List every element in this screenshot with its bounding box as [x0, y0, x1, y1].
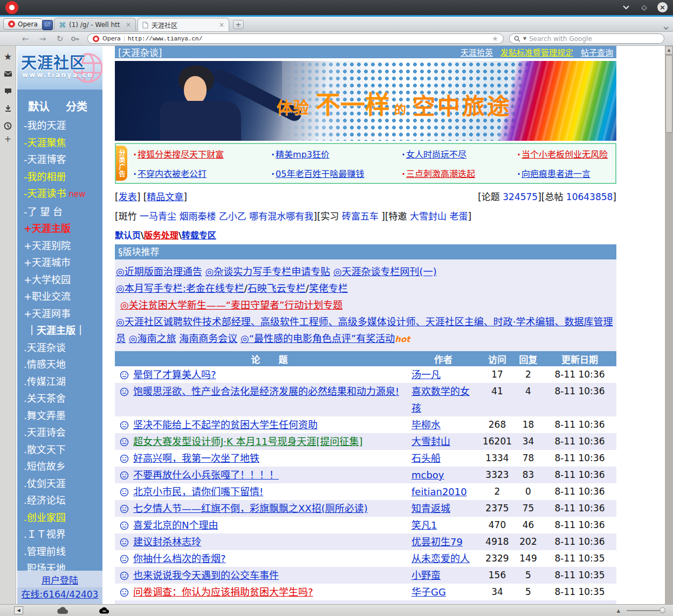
ad-link[interactable]: 搜狐分类搜尽天下财富 — [138, 149, 224, 160]
text-link[interactable]: 发表 — [119, 191, 137, 202]
mail-panel-icon[interactable] — [0, 67, 16, 80]
text-link[interactable]: ◎关注贫困大学新生——“麦田守望者”行动计划专题 — [120, 299, 342, 311]
topic-author-link[interactable]: 汤一凡 — [411, 366, 441, 383]
topic-title-link[interactable]: 饱暖思淫欲、性产业合法化是经济发展的必然结果和动力源泉! — [133, 386, 399, 397]
sidebar-item[interactable]: .仗剑天涯 — [24, 475, 102, 492]
ad-link[interactable]: 向疤痕患者进一言 — [521, 169, 590, 179]
zoom-up-icon[interactable]: ▲ — [617, 608, 620, 613]
topic-author-link[interactable]: 毕柳水 — [411, 416, 441, 433]
tab-tianya[interactable]: 天涯社区 × — [138, 18, 229, 31]
topic-author-link[interactable]: 石头船 — [411, 450, 441, 467]
add-panel-icon[interactable]: + — [0, 132, 16, 145]
site-logo[interactable]: 天涯社区 www.tianya.cn — [17, 46, 102, 90]
reload-button[interactable]: ↻ — [54, 33, 66, 44]
sync-cloud-icon[interactable] — [98, 607, 110, 614]
ad-link[interactable]: 女人时尚玩不尽 — [406, 149, 466, 160]
scrollbar-thumb[interactable] — [665, 55, 672, 133]
sidebar-item[interactable]: +天涯别院 — [24, 237, 102, 255]
topic-author-link[interactable]: 从未恋爱的人 — [411, 550, 470, 567]
sidebar-item[interactable]: .管理前线 — [24, 543, 102, 560]
topic-author-link[interactable]: 优昙初生79 — [411, 533, 463, 550]
text-link[interactable]: ◎天涯杂谈专栏网刊(一) — [333, 266, 437, 277]
topic-title-link[interactable]: 问卷调查：你认为应该捐助贫困大学生吗? — [133, 586, 313, 598]
minimize-button[interactable] — [621, 2, 631, 12]
text-link[interactable]: 转载专区 — [182, 230, 216, 241]
sidebar-item[interactable]: +天涯主版 — [24, 220, 102, 237]
notes-panel-icon[interactable] — [0, 85, 16, 98]
sidebar-item[interactable]: .舞文弄墨 — [24, 407, 102, 425]
topic-title-link[interactable]: 超女大赛发型设计师J·K 本月11号现身天涯[提问征集] — [133, 436, 363, 447]
sidebar-item[interactable]: .经济论坛 — [24, 492, 102, 509]
text-link[interactable]: 石映飞云专栏 — [248, 283, 306, 294]
zoom-slider-knob[interactable] — [660, 607, 665, 613]
ad-link[interactable]: 精美mp3狂价 — [276, 149, 329, 160]
topic-title-link[interactable]: 七夕情人节——红旗不倒，彩旗飘飘之XX招(厕所必读) — [133, 503, 368, 514]
sidebar-item[interactable]: +大学校园 — [24, 271, 102, 289]
sidebar-item[interactable]: .天涯杂谈 — [24, 339, 102, 357]
text-link[interactable]: ◎“最性感的电影角色点评”有奖活动 — [241, 333, 395, 344]
tab-close-icon[interactable]: × — [126, 21, 131, 29]
sidebar-item[interactable]: .天涯诗会 — [24, 424, 102, 441]
key-icon[interactable] — [69, 33, 81, 44]
panel-toggle-button[interactable]: ◀ — [14, 606, 23, 614]
topic-author-link[interactable]: 笑凡1 — [411, 517, 437, 533]
sidebar-item[interactable]: .职场天地 — [24, 560, 102, 571]
sidebar-item[interactable]: -我的相册 — [24, 168, 102, 186]
maximize-button[interactable]: ◇ — [639, 2, 649, 12]
topic-author-link[interactable]: 知青返城 — [411, 500, 450, 517]
text-link[interactable]: 发贴标准暨管理规定 — [500, 46, 573, 58]
sidebar-item[interactable]: .创业家园 — [24, 509, 102, 526]
sidebar-item[interactable]: -了 望 台 — [24, 203, 102, 221]
text-link[interactable]: ◎近期版面治理通告 — [116, 266, 202, 277]
sidebar-item[interactable]: .散文天下 — [24, 441, 102, 458]
topic-author-link[interactable]: 华子GG — [411, 584, 446, 600]
ad-link[interactable]: 当个小老板创业无风险 — [521, 149, 608, 160]
bookmarks-panel-icon[interactable]: ★ — [0, 50, 16, 63]
sidebar-item[interactable]: +天涯城市 — [24, 254, 102, 271]
sidebar-item[interactable]: .短信故乡 — [24, 458, 102, 475]
text-link[interactable]: 版务处理 — [144, 230, 178, 241]
new-tab-button[interactable]: + — [233, 20, 244, 29]
pinned-tab-icon[interactable]: GT — [42, 20, 53, 30]
sidebar-mode-category[interactable]: 分类 — [66, 98, 87, 114]
text-link[interactable]: 帖子查询 — [581, 46, 613, 58]
close-button[interactable]: × — [657, 2, 668, 12]
downloads-panel-icon[interactable] — [0, 102, 16, 115]
bookmark-star-icon[interactable]: ★ — [492, 35, 498, 43]
text-link[interactable]: ◎杂谈实力写手专栏申请专贴 — [205, 266, 330, 277]
text-link[interactable]: 精品文章 — [147, 191, 183, 202]
topic-title-link[interactable]: 不要再放什么小兵张嘎了！！！！ — [133, 469, 279, 481]
chevron-down-icon[interactable] — [663, 22, 669, 32]
sidebar-item[interactable]: -天涯博客 — [24, 151, 102, 168]
sidebar-mode-default[interactable]: 默认 — [28, 98, 50, 114]
zoom-slider[interactable] — [627, 610, 663, 611]
ad-link[interactable]: 不穿内衣被老公打 — [138, 169, 207, 179]
sidebar-item[interactable]: -我的天涯 — [24, 117, 102, 134]
ad-link[interactable]: 05年老百姓干啥最赚钱 — [276, 169, 364, 179]
text-link[interactable]: 海南商务会议 — [179, 333, 237, 344]
topic-author-link[interactable]: 小野蛮 — [411, 567, 441, 584]
ad-link[interactable]: 三点刺激高潮迭起 — [406, 169, 475, 179]
history-panel-icon[interactable] — [0, 119, 16, 132]
sidebar-item[interactable]: -天涯读书new — [24, 185, 102, 203]
topic-author-link[interactable]: mcboy — [411, 467, 444, 483]
topic-title-link[interactable]: 好高兴啊，我第一次坐了地铁 — [133, 453, 259, 464]
text-link[interactable]: ◎海南之旅 — [129, 333, 176, 344]
online-count-link[interactable]: 在线:6164/42403人 — [17, 587, 102, 604]
opera-menu-button[interactable]: Opera — [3, 18, 43, 30]
topic-author-link[interactable]: 喜欢数学的女孩 — [411, 383, 475, 416]
sidebar-item[interactable]: +天涯网事 — [24, 305, 102, 323]
topic-title-link[interactable]: 北京小市民，请你们嘴下留情! — [133, 486, 263, 497]
banner-ad[interactable]: 体验 不一样 的 空中旅途 — [115, 61, 616, 141]
sidebar-item[interactable]: .情感天地 — [24, 356, 102, 373]
sidebar-item[interactable]: .ＩＴ视界 — [24, 526, 102, 543]
text-link[interactable]: ◎本月写手专栏:老金在线专栏 — [116, 283, 244, 294]
scroll-up-icon[interactable]: ▲ — [665, 46, 673, 54]
sidebar-item[interactable]: .传媒江湖 — [24, 373, 102, 391]
tab-close-icon[interactable]: × — [219, 21, 224, 29]
turbo-cloud-icon[interactable] — [56, 607, 69, 614]
sidebar-item[interactable]: .关天茶舍 — [24, 390, 102, 407]
text-link[interactable]: 笑佬专栏 — [309, 283, 348, 294]
topic-author-link[interactable]: 大雪封山 — [411, 433, 450, 450]
search-engine-dropdown-icon[interactable]: ▼ — [523, 36, 526, 41]
